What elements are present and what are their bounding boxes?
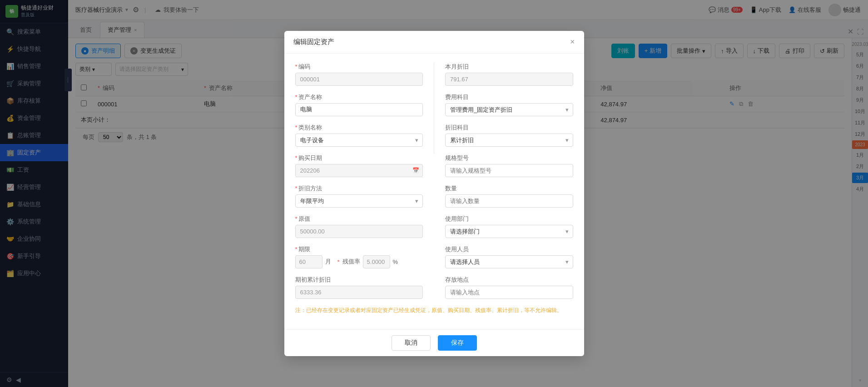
original-value-label: * 原值 [295,215,423,223]
category-select[interactable]: 电子设备 [295,134,423,147]
monthly-dep-input [445,73,573,86]
depreciation-method-select-wrap: 年限平均 [295,194,423,208]
period-input[interactable] [295,255,322,268]
modal-close-icon[interactable]: × [570,37,575,47]
code-input[interactable] [295,73,423,86]
code-field: * 编码 [295,63,423,86]
residual-rate-label: 残值率 [342,258,360,266]
category-field: * 类别名称 电子设备 [295,124,423,147]
spec-field: 规格型号 [445,154,573,177]
dep-subject-select-wrap: 累计折旧 [445,134,573,147]
residual-rate-input[interactable] [363,255,390,268]
monthly-dep-row: 本月折旧 [445,63,573,86]
person-row: 使用人员 请选择人员 [445,245,573,268]
original-value-input[interactable] [295,225,423,238]
residual-rate-unit: % [393,258,398,265]
modal-left-col: * 编码 * 资产名称 [295,63,423,306]
expense-subject-field: 费用科目 管理费用_固定资产折旧 [445,93,573,116]
dep-subject-field: 折旧科目 累计折旧 [445,124,573,147]
department-label: 使用部门 [445,215,573,223]
quantity-input[interactable] [445,194,573,208]
department-field: 使用部门 请选择部门 [445,215,573,238]
purchase-date-row: * 购买日期 [295,154,423,177]
edit-asset-modal: 编辑固定资产 × * 编码 [284,31,584,356]
original-value-row: * 原值 [295,215,423,238]
depreciation-method-field: * 折旧方法 年限平均 [295,184,423,208]
purchase-date-input[interactable] [295,164,423,177]
depreciation-method-label: * 折旧方法 [295,184,423,193]
location-input[interactable] [445,286,573,299]
expense-subject-row: 费用科目 管理费用_固定资产折旧 [445,93,573,116]
category-select-wrap: 电子设备 [295,134,423,147]
person-select[interactable]: 请选择人员 [445,255,573,268]
period-row: * 期限 月 * 残值率 % [295,245,423,268]
person-select-wrap: 请选择人员 [445,255,573,268]
period-field: * 期限 月 * 残值率 % [295,245,423,268]
category-row: * 类别名称 电子设备 [295,124,423,147]
monthly-dep-label: 本月折旧 [445,63,573,71]
modal-right-col: 本月折旧 费用科目 管理费用_ [445,63,573,306]
period-label: * 期限 [295,245,423,253]
modal-footer: 取消 保存 [284,329,584,356]
cancel-button[interactable]: 取消 [392,335,431,351]
spec-row: 规格型号 [445,154,573,177]
category-label: * 类别名称 [295,124,423,132]
dep-subject-select[interactable]: 累计折旧 [445,134,573,147]
name-label: * 资产名称 [295,93,423,101]
purchase-date-wrap [295,164,423,177]
spec-input[interactable] [445,164,573,177]
person-label: 使用人员 [445,245,573,253]
monthly-dep-field: 本月折旧 [445,63,573,86]
modal-note: 注：已经存在变更记录或者对应固定资产已经生成凭证，原值、购买日期、残值率、累计折… [295,306,573,320]
modal-header: 编辑固定资产 × [284,31,584,54]
quantity-row: 数量 [445,184,573,208]
spec-label: 规格型号 [445,154,573,162]
depreciation-method-row: * 折旧方法 年限平均 [295,184,423,208]
quantity-field: 数量 [445,184,573,208]
modal-overlay: 编辑固定资产 × * 编码 [0,0,868,387]
period-unit: 月 [325,258,331,266]
location-field: 存放地点 [445,276,573,299]
department-select[interactable]: 请选择部门 [445,225,573,238]
name-field: * 资产名称 [295,93,423,116]
modal-title: 编辑固定资产 [293,38,334,46]
accumulated-label: 期初累计折旧 [295,276,423,284]
modal-columns: * 编码 * 资产名称 [295,63,573,306]
original-value-field: * 原值 [295,215,423,238]
accumulated-field: 期初累计折旧 [295,276,423,299]
accumulated-input[interactable] [295,286,423,299]
dep-subject-row: 折旧科目 累计折旧 [445,124,573,147]
department-row: 使用部门 请选择部门 [445,215,573,238]
accumulated-row: 期初累计折旧 [295,276,423,299]
person-field: 使用人员 请选择人员 [445,245,573,268]
modal-body: * 编码 * 资产名称 [284,54,584,329]
name-input[interactable] [295,103,423,116]
name-row: * 资产名称 [295,93,423,116]
purchase-date-label: * 购买日期 [295,154,423,162]
expense-subject-label: 费用科目 [445,93,573,101]
quantity-label: 数量 [445,184,573,193]
depreciation-method-select[interactable]: 年限平均 [295,194,423,208]
location-label: 存放地点 [445,276,573,284]
code-label: * 编码 [295,63,423,71]
purchase-date-field: * 购买日期 [295,154,423,177]
dep-subject-label: 折旧科目 [445,124,573,132]
save-button[interactable]: 保存 [438,335,477,351]
expense-subject-select-wrap: 管理费用_固定资产折旧 [445,103,573,116]
department-select-wrap: 请选择部门 [445,225,573,238]
code-row: * 编码 [295,63,423,86]
period-inline: 月 * 残值率 % [295,255,423,268]
modal-divider [434,63,434,154]
location-row: 存放地点 [445,276,573,299]
expense-subject-select[interactable]: 管理费用_固定资产折旧 [445,103,573,116]
